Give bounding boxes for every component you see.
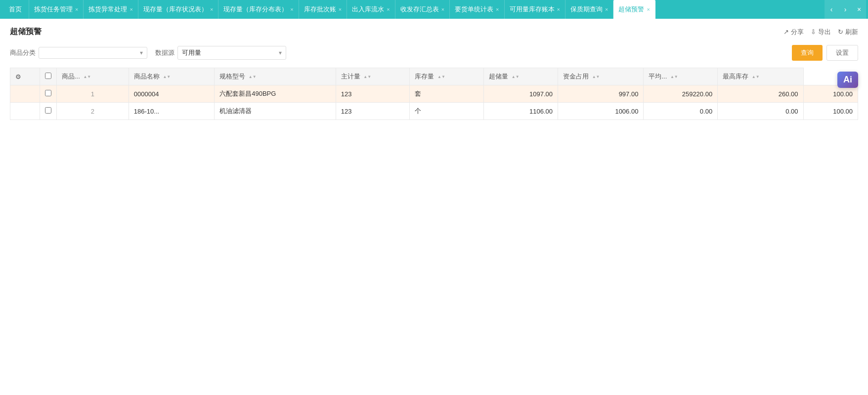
query-button[interactable]: 查询 — [792, 45, 823, 61]
filter-datasource: 数据源 可用量 ▾ — [155, 46, 286, 60]
close-tab-1[interactable]: × — [75, 6, 78, 12]
nav-home[interactable]: 首页 — [2, 0, 29, 19]
nav-prev-btn[interactable]: ‹ — [825, 0, 838, 19]
row-num: 2 — [56, 103, 129, 120]
sort-spec-icon: ▲▼ — [249, 75, 257, 79]
page-header: 超储预警 ↗ 分享 ⇩ 导出 ↻ 刷新 — [10, 27, 858, 37]
nav-tab-9[interactable]: 可用量库存账本 × — [505, 0, 565, 19]
nav-close-btn[interactable]: × — [852, 0, 866, 19]
th-spec[interactable]: 规格型号 ▲▼ — [215, 68, 336, 85]
nav-tab-8[interactable]: 要货单统计表 × — [450, 0, 504, 19]
row-settings-cell — [10, 103, 40, 120]
ai-badge[interactable]: Ai — [837, 72, 858, 88]
settings-icon: ⚙ — [15, 73, 21, 80]
close-tab-9[interactable]: × — [557, 6, 560, 12]
row-name: 六配套新昌490BPG — [215, 85, 336, 103]
refresh-icon: ↻ — [838, 28, 843, 36]
table-row: 2 186-10... 机油滤清器 123 个 1106.00 1006.00 … — [10, 103, 858, 120]
nav-tab-10[interactable]: 保质期查询 × — [565, 0, 613, 19]
nav-tab-active[interactable]: 超储预警 × — [613, 0, 655, 19]
close-tab-3[interactable]: × — [210, 6, 213, 12]
datasource-select[interactable]: 可用量 ▾ — [177, 46, 286, 60]
row-code: 0000004 — [129, 85, 214, 103]
row-name: 机油滤清器 — [215, 103, 336, 120]
row-max: 100.00 — [803, 103, 858, 120]
close-tab-8[interactable]: × — [496, 6, 499, 12]
filter-category: 商品分类 ▾ — [10, 47, 147, 59]
category-label: 商品分类 — [10, 48, 36, 57]
datasource-label: 数据源 — [155, 48, 174, 57]
close-tab-5[interactable]: × — [339, 6, 342, 12]
close-tab-10[interactable]: × — [605, 6, 608, 12]
nav-tab-1[interactable]: 拣货任务管理 × — [29, 0, 84, 19]
refresh-button[interactable]: ↻ 刷新 — [838, 28, 858, 37]
nav-next-btn[interactable]: › — [838, 0, 852, 19]
share-icon: ↗ — [783, 28, 789, 36]
row-settings-cell — [10, 85, 40, 103]
datasource-chevron-icon: ▾ — [279, 49, 282, 56]
close-tab-7[interactable]: × — [441, 6, 444, 12]
filter-buttons: 查询 设置 — [792, 45, 858, 61]
sort-unit-icon: ▲▼ — [363, 75, 371, 79]
row-stock: 1097.00 — [484, 85, 558, 103]
row-stock: 1106.00 — [484, 103, 558, 120]
row-unit: 个 — [410, 103, 484, 120]
close-tab-active[interactable]: × — [647, 6, 650, 12]
export-icon: ⇩ — [811, 28, 816, 36]
th-checkbox[interactable] — [40, 68, 56, 85]
th-max[interactable]: 最高库存 ▲▼ — [718, 68, 803, 85]
data-table: ⚙ 商品... ▲▼ 商品名称 ▲▼ 规格型号 ▲▼ 主计 — [10, 68, 858, 120]
nav-arrows: ‹ › × — [825, 0, 866, 19]
sort-capital-icon: ▲▼ — [592, 75, 600, 79]
th-capital[interactable]: 资金占用 ▲▼ — [558, 68, 644, 85]
settings-button[interactable]: 设置 — [826, 45, 858, 61]
row-capital: 0.00 — [644, 103, 718, 120]
sort-code-icon: ▲▼ — [83, 75, 91, 79]
filter-bar: 商品分类 ▾ 数据源 可用量 ▾ 查询 设置 — [10, 45, 858, 61]
sort-overstock-icon: ▲▼ — [512, 75, 520, 79]
row-overstock: 1006.00 — [558, 103, 644, 120]
row-spec: 123 — [336, 85, 410, 103]
nav-tab-2[interactable]: 拣货异常处理 × — [84, 0, 138, 19]
row-spec: 123 — [336, 103, 410, 120]
row-capital: 259220.00 — [644, 85, 718, 103]
th-stock[interactable]: 库存量 ▲▼ — [410, 68, 484, 85]
close-tab-2[interactable]: × — [130, 6, 132, 12]
th-name[interactable]: 商品名称 ▲▼ — [129, 68, 214, 85]
th-code[interactable]: 商品... ▲▼ — [56, 68, 129, 85]
nav-tab-7[interactable]: 收发存汇总表 × — [395, 0, 450, 19]
nav-tab-3[interactable]: 现存量（库存状况表） × — [138, 0, 218, 19]
nav-tab-4[interactable]: 现存量（库存分布表） × — [218, 0, 299, 19]
select-all-checkbox[interactable] — [45, 73, 51, 79]
row-avg: 0.00 — [718, 103, 803, 120]
row-checkbox[interactable] — [45, 90, 51, 96]
close-tab-6[interactable]: × — [387, 6, 390, 12]
row-code: 186-10... — [129, 103, 214, 120]
th-avg[interactable]: 平均... ▲▼ — [644, 68, 718, 85]
page-title: 超储预警 — [10, 27, 42, 37]
row-checkbox-cell[interactable] — [40, 85, 56, 103]
table-header-row: ⚙ 商品... ▲▼ 商品名称 ▲▼ 规格型号 ▲▼ 主计 — [10, 68, 858, 85]
category-select[interactable]: ▾ — [39, 47, 147, 59]
th-overstock[interactable]: 超储量 ▲▼ — [484, 68, 558, 85]
th-settings[interactable]: ⚙ — [10, 68, 40, 85]
table-row: 1 0000004 六配套新昌490BPG 123 套 1097.00 997.… — [10, 85, 858, 103]
row-checkbox-cell[interactable] — [40, 103, 56, 120]
datasource-value: 可用量 — [182, 48, 201, 57]
nav-tab-6[interactable]: 出入库流水 × — [347, 0, 395, 19]
sort-avg-icon: ▲▼ — [670, 75, 678, 79]
nav-tab-5[interactable]: 库存批次账 × — [299, 0, 347, 19]
row-checkbox[interactable] — [45, 107, 51, 114]
row-avg: 260.00 — [718, 85, 803, 103]
sort-name-icon: ▲▼ — [163, 75, 171, 79]
share-button[interactable]: ↗ 分享 — [783, 28, 804, 37]
th-unit[interactable]: 主计量 ▲▼ — [336, 68, 410, 85]
close-tab-4[interactable]: × — [290, 6, 293, 12]
sort-stock-icon: ▲▼ — [437, 75, 445, 79]
row-overstock: 997.00 — [558, 85, 644, 103]
page-content: 超储预警 ↗ 分享 ⇩ 导出 ↻ 刷新 商品分类 ▾ 数据源 — [0, 19, 868, 128]
topbar: 首页 拣货任务管理 × 拣货异常处理 × 现存量（库存状况表） × 现存量（库存… — [0, 0, 868, 19]
row-num: 1 — [56, 85, 129, 103]
export-button[interactable]: ⇩ 导出 — [811, 28, 831, 37]
header-actions: ↗ 分享 ⇩ 导出 ↻ 刷新 — [783, 28, 858, 37]
